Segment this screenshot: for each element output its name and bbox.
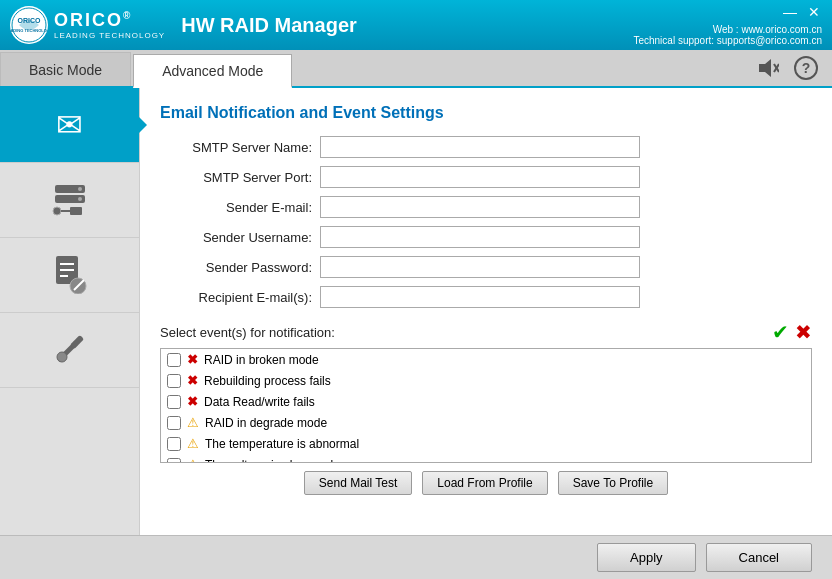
svg-point-10 xyxy=(78,187,82,191)
recipient-label: Recipient E-mail(s): xyxy=(160,290,320,305)
section-title: Email Notification and Event Settings xyxy=(160,104,812,122)
app-title: HW RAID Manager xyxy=(181,14,357,37)
list-item: ⚠ The temperature is abnormal xyxy=(161,433,811,454)
minimize-button[interactable]: — xyxy=(782,4,798,20)
event-section-label: Select event(s) for notification: xyxy=(160,325,335,340)
form-row-smtp-port: SMTP Server Port: xyxy=(160,166,812,188)
list-item: ✖ Data Read/write fails xyxy=(161,391,811,412)
event-text-2: Rebuilding process fails xyxy=(204,374,331,388)
save-to-profile-button[interactable]: Save To Profile xyxy=(558,471,669,495)
svg-text:?: ? xyxy=(802,60,811,76)
sender-email-label: Sender E-mail: xyxy=(160,200,320,215)
profile-buttons: Send Mail Test Load From Profile Save To… xyxy=(160,471,812,495)
help-button[interactable]: ? xyxy=(792,54,820,82)
main-layout: ✉ xyxy=(0,88,832,579)
support-text: Technical support: supports@orico.com.cn xyxy=(633,35,822,46)
mute-icon xyxy=(757,57,779,79)
svg-text:LEADING TECHNOLOGY: LEADING TECHNOLOGY xyxy=(11,28,47,33)
sender-email-input[interactable] xyxy=(320,196,640,218)
sidebar-item-report[interactable] xyxy=(0,238,139,313)
form-row-sender-password: Sender Password: xyxy=(160,256,812,278)
list-item: ✖ RAID in broken mode xyxy=(161,349,811,370)
recipient-email-input[interactable] xyxy=(320,286,640,308)
email-icon: ✉ xyxy=(56,106,83,144)
event-text-5: The temperature is abnormal xyxy=(205,437,359,451)
tab-bar-right: ? xyxy=(754,54,832,86)
svg-text:ORICO: ORICO xyxy=(18,17,42,24)
event-header: Select event(s) for notification: ✔ ✖ xyxy=(160,320,812,344)
content-area: Email Notification and Event Settings SM… xyxy=(140,88,832,579)
logo-box: ORICO LEADING TECHNOLOGY ORICO® LEADING … xyxy=(10,6,165,44)
svg-point-22 xyxy=(57,352,67,362)
error-icon: ✖ xyxy=(187,352,198,367)
title-bar: ORICO LEADING TECHNOLOGY ORICO® LEADING … xyxy=(0,0,832,50)
form-row-sender-email: Sender E-mail: xyxy=(160,196,812,218)
form-row-sender-username: Sender Username: xyxy=(160,226,812,248)
tab-advanced[interactable]: Advanced Mode xyxy=(133,54,292,88)
help-icon: ? xyxy=(794,56,818,80)
event-checkbox-5[interactable] xyxy=(167,437,181,451)
list-item: ✖ Rebuilding process fails xyxy=(161,370,811,391)
smtp-server-label: SMTP Server Name: xyxy=(160,140,320,155)
apply-button[interactable]: Apply xyxy=(597,543,696,572)
list-item: ⚠ The voltage is abnormal xyxy=(161,454,811,463)
event-actions: ✔ ✖ xyxy=(772,320,812,344)
tab-basic[interactable]: Basic Mode xyxy=(0,52,131,86)
sender-password-label: Sender Password: xyxy=(160,260,320,275)
form: SMTP Server Name: SMTP Server Port: Send… xyxy=(160,136,812,308)
event-list[interactable]: ✖ RAID in broken mode ✖ Rebuilding proce… xyxy=(160,348,812,463)
sender-username-input[interactable] xyxy=(320,226,640,248)
tab-bar: Basic Mode Advanced Mode ? xyxy=(0,50,832,88)
sidebar: ✉ xyxy=(0,88,140,579)
logo-name: ORICO® xyxy=(54,10,165,31)
error-icon: ✖ xyxy=(187,373,198,388)
list-item: ⚠ RAID in degrade mode xyxy=(161,412,811,433)
form-row-smtp-server: SMTP Server Name: xyxy=(160,136,812,158)
sender-username-label: Sender Username: xyxy=(160,230,320,245)
event-checkbox-6[interactable] xyxy=(167,458,181,464)
event-checkbox-3[interactable] xyxy=(167,395,181,409)
form-row-recipient: Recipient E-mail(s): xyxy=(160,286,812,308)
event-checkbox-4[interactable] xyxy=(167,416,181,430)
warning-icon: ⚠ xyxy=(187,436,199,451)
close-button[interactable]: ✕ xyxy=(806,4,822,20)
event-text-3: Data Read/write fails xyxy=(204,395,315,409)
smtp-port-label: SMTP Server Port: xyxy=(160,170,320,185)
send-mail-test-button[interactable]: Send Mail Test xyxy=(304,471,413,495)
warning-icon: ⚠ xyxy=(187,415,199,430)
mute-button[interactable] xyxy=(754,54,782,82)
smtp-server-input[interactable] xyxy=(320,136,640,158)
event-text-6: The voltage is abnormal xyxy=(205,458,333,464)
event-text-1: RAID in broken mode xyxy=(204,353,319,367)
website-text: Web : www.orico.com.cn xyxy=(713,24,822,35)
sidebar-item-storage[interactable] xyxy=(0,163,139,238)
footer: Apply Cancel xyxy=(0,535,832,579)
logo-sup: ® xyxy=(123,10,132,21)
report-icon xyxy=(52,254,88,297)
warning-icon: ⚠ xyxy=(187,457,199,463)
svg-point-11 xyxy=(78,197,82,201)
load-from-profile-button[interactable]: Load From Profile xyxy=(422,471,547,495)
logo-text-block: ORICO® LEADING TECHNOLOGY xyxy=(54,10,165,40)
title-bar-left: ORICO LEADING TECHNOLOGY ORICO® LEADING … xyxy=(10,6,357,44)
error-icon: ✖ xyxy=(187,394,198,409)
deselect-all-button[interactable]: ✖ xyxy=(795,320,812,344)
sender-password-input[interactable] xyxy=(320,256,640,278)
title-bar-right: — ✕ Web : www.orico.com.cn Technical sup… xyxy=(633,4,822,46)
svg-marker-3 xyxy=(759,59,771,77)
smtp-port-input[interactable] xyxy=(320,166,640,188)
event-checkbox-2[interactable] xyxy=(167,374,181,388)
cancel-button[interactable]: Cancel xyxy=(706,543,812,572)
sidebar-item-email[interactable]: ✉ xyxy=(0,88,139,163)
event-checkbox-1[interactable] xyxy=(167,353,181,367)
svg-rect-14 xyxy=(70,207,82,215)
svg-point-12 xyxy=(53,207,61,215)
tools-icon xyxy=(52,331,88,370)
select-all-button[interactable]: ✔ xyxy=(772,320,789,344)
event-text-4: RAID in degrade mode xyxy=(205,416,327,430)
storage-icon xyxy=(50,177,90,224)
logo-sub: LEADING TECHNOLOGY xyxy=(54,31,165,40)
event-section: Select event(s) for notification: ✔ ✖ ✖ … xyxy=(160,320,812,463)
win-controls: — ✕ xyxy=(782,4,822,20)
sidebar-item-tools[interactable] xyxy=(0,313,139,388)
